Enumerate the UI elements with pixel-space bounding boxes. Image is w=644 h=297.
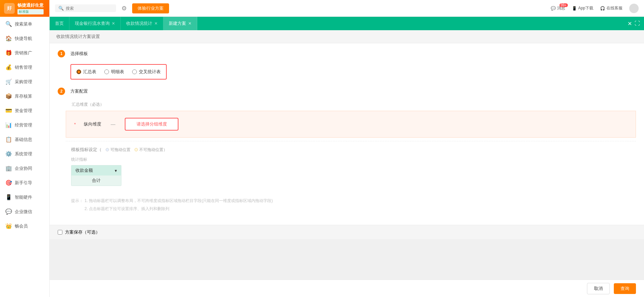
sidebar-label-inventory: 库存核算 <box>15 93 32 99</box>
sidebar-item-operation[interactable]: 📊 经营管理 <box>0 118 49 132</box>
search-icon: 🔍 <box>5 21 12 27</box>
sidebar-label-wechat: 企业微信 <box>15 209 32 215</box>
tab-bank-flow-close[interactable]: ✕ <box>112 21 115 26</box>
basic-info-icon: 📋 <box>5 136 12 143</box>
radio-cross-input[interactable] <box>132 69 137 74</box>
dimension-title: 汇总维度（必选） <box>70 102 636 107</box>
tab-receipt-stats-close[interactable]: ✕ <box>154 21 158 26</box>
system-icon: ⚙️ <box>5 151 12 157</box>
sidebar-label-marketing: 营销推广 <box>15 50 32 56</box>
metrics-table-header[interactable]: 收款金额 ▾ <box>71 165 121 176</box>
non-draggable-label: 不可拖动位置） <box>139 147 167 153</box>
dimension-placeholder[interactable]: 请选择分组维度 <box>125 118 178 131</box>
dimension-arrow: — <box>111 121 115 127</box>
dimension-row-label: 纵向维度 <box>84 121 101 127</box>
tab-home-label: 首页 <box>55 20 64 27</box>
sidebar-item-enterprise[interactable]: 🏢 企业协同 <box>0 161 49 176</box>
tab-home[interactable]: 首页 <box>50 17 69 30</box>
sidebar-item-quick-nav[interactable]: 🏠 快捷导航 <box>0 31 49 46</box>
enterprise-icon: 🏢 <box>5 165 12 171</box>
marketing-icon: 🎁 <box>5 50 12 56</box>
query-button[interactable]: 查询 <box>614 283 636 294</box>
sidebar-item-guide[interactable]: 🎯 新手引导 <box>0 176 49 190</box>
tab-bank-flow[interactable]: 现金银行流水查询 ✕ <box>69 17 121 30</box>
sidebar-item-search[interactable]: 🔍 搜索菜单 <box>0 17 49 31</box>
logo-title: 畅捷通好生意 <box>17 2 44 8</box>
search-input[interactable] <box>66 6 113 11</box>
tab-new-plan-label: 新建方案 <box>169 20 186 27</box>
sidebar-item-purchase[interactable]: 🛒 采购管理 <box>0 75 49 89</box>
tab-receipt-stats[interactable]: 收款情况统计 ✕ <box>121 17 163 30</box>
sidebar-label-search: 搜索菜单 <box>15 21 32 27</box>
sidebar-item-capital[interactable]: 💳 资金管理 <box>0 103 49 118</box>
radio-summary-input[interactable] <box>76 69 81 74</box>
metrics-table: 收款金额 ▾ 合计 <box>71 165 121 186</box>
sidebar-item-wechat[interactable]: 💬 企业微信 <box>0 204 49 219</box>
sidebar-label-member: 畅会员 <box>15 223 28 229</box>
draggable-dot <box>106 148 109 151</box>
service-icon: 🎧 <box>600 6 605 11</box>
sidebar-item-hardware[interactable]: 📱 智能硬件 <box>0 190 49 204</box>
logo-badge: 标准版 <box>17 9 44 14</box>
tab-bar-actions: ✕ ⛶ <box>624 17 644 30</box>
tab-expand-icon[interactable]: ⛶ <box>635 20 640 27</box>
step2-row: 2 方案配置 <box>58 88 636 95</box>
download-item[interactable]: 📱 App下载 <box>572 5 593 11</box>
step2-badge: 2 <box>58 88 65 95</box>
sidebar-label-sales: 销售管理 <box>15 64 32 70</box>
sidebar-item-basic-info[interactable]: 📋 基础信息 <box>0 132 49 147</box>
tab-new-plan-close[interactable]: ✕ <box>188 21 192 26</box>
sidebar-label-purchase: 采购管理 <box>15 79 32 85</box>
sidebar-item-system[interactable]: ⚙️ 系统管理 <box>0 147 49 161</box>
content-area: 收款情况统计方案设置 1 选择模板 汇总表 明细表 交叉统计表 <box>50 30 644 280</box>
radio-detail-input[interactable] <box>104 69 109 74</box>
non-draggable-dot <box>135 148 138 151</box>
sidebar-label-quick-nav: 快捷导航 <box>15 36 32 42</box>
radio-summary[interactable]: 汇总表 <box>76 69 96 75</box>
service-item[interactable]: 🎧 在线客服 <box>600 5 623 11</box>
radio-detail[interactable]: 明细表 <box>104 69 124 75</box>
cancel-button[interactable]: 取消 <box>587 283 610 294</box>
tip2-text: 2. 点击标题栏下拉可设置排序、插入列和删除列 <box>85 205 169 213</box>
sidebar-label-enterprise: 企业协同 <box>15 165 32 171</box>
radio-summary-label: 汇总表 <box>83 69 96 75</box>
logo-icon: 好 <box>4 3 15 14</box>
sidebar-label-basic-info: 基础信息 <box>15 137 32 143</box>
draggable-label: 可拖动位置 <box>110 147 130 153</box>
sidebar-label-guide: 新手引导 <box>15 180 32 186</box>
sidebar-label-capital: 资金管理 <box>15 108 32 114</box>
tip1-text: 1. 拖动标题栏可以调整布局，不可跨维度或指标区域拖动栏目字段(只能在同一维度或… <box>85 197 273 205</box>
avatar[interactable] <box>629 4 639 13</box>
save-checkbox[interactable] <box>58 230 62 235</box>
message-item[interactable]: 💬 消息 99+ <box>551 5 565 11</box>
metrics-header: 模板指标设定（ 可拖动位置 不可拖动位置） <box>71 147 631 153</box>
search-bar-icon: 🔍 <box>58 6 64 11</box>
service-label: 在线客服 <box>606 5 623 11</box>
header-actions: 💬 消息 99+ 📱 App下载 🎧 在线客服 <box>551 4 639 13</box>
metrics-stats-label: 统计指标 <box>71 157 631 162</box>
radio-cross[interactable]: 交叉统计表 <box>132 69 161 75</box>
search-bar[interactable]: 🔍 <box>55 4 116 12</box>
tab-close-all-icon[interactable]: ✕ <box>628 20 632 27</box>
member-icon: 👑 <box>5 223 12 229</box>
non-draggable-indicator: 不可拖动位置） <box>135 147 167 153</box>
sidebar-item-inventory[interactable]: 📦 库存核算 <box>0 89 49 103</box>
dimension-zone: * 纵向维度 — 请选择分组维度 <box>66 111 636 138</box>
sidebar-item-marketing[interactable]: 🎁 营销推广 <box>0 46 49 60</box>
metrics-table-row: 合计 <box>71 176 121 186</box>
tip2: 提示： 2. 点击标题栏下拉可设置排序、插入列和删除列 <box>71 205 631 213</box>
download-icon: 📱 <box>572 6 577 11</box>
tab-new-plan[interactable]: 新建方案 ✕ <box>163 17 197 30</box>
metrics-title: 模板指标设定（ <box>71 147 102 153</box>
save-section: 方案保存（可选） <box>50 225 644 239</box>
sidebar-item-member[interactable]: 👑 畅会员 <box>0 219 49 233</box>
message-icon: 💬 <box>551 6 556 11</box>
form-container: 1 选择模板 汇总表 明细表 交叉统计表 2 <box>50 43 644 225</box>
tip-label-prefix: 提示： <box>71 197 83 205</box>
inventory-icon: 📦 <box>5 93 12 99</box>
settings-icon[interactable]: ⚙ <box>121 5 127 12</box>
sidebar-item-sales[interactable]: 💰 销售管理 <box>0 60 49 75</box>
main-content: 🔍 ⚙ 体验行业方案 💬 消息 99+ 📱 App下载 🎧 在线客服 首页 <box>50 0 644 297</box>
sidebar-label-hardware: 智能硬件 <box>15 194 32 200</box>
trial-button[interactable]: 体验行业方案 <box>132 3 169 13</box>
